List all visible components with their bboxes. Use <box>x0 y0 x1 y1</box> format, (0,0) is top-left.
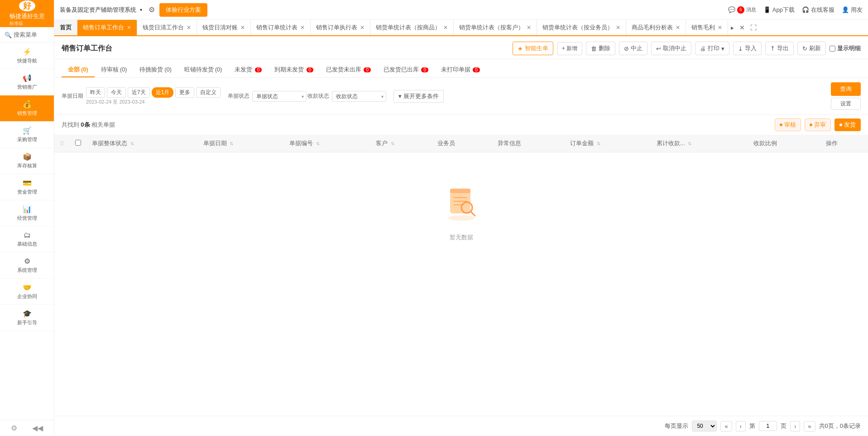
date-btn-7days[interactable]: 近7天 <box>128 87 150 98</box>
prev-page-btn[interactable]: ‹ <box>736 421 746 431</box>
show-detail-label[interactable]: 显示明细 <box>830 44 861 52</box>
first-page-btn[interactable]: « <box>720 421 732 431</box>
sort-collection-icon[interactable]: ⇅ <box>688 141 691 146</box>
last-page-btn[interactable]: » <box>804 421 815 431</box>
tab-close-sales-staff[interactable]: ✕ <box>616 24 620 31</box>
tab-sales-product[interactable]: 销货单统计表（按商品） ✕ <box>370 20 454 36</box>
tab-close-sales-execute[interactable]: ✕ <box>360 24 364 31</box>
subtab-shipped-not-out[interactable]: 已发货未出库 0 <box>320 63 377 77</box>
tab-close-daily-reconcile[interactable]: ✕ <box>240 24 245 31</box>
tab-close-sales-gross[interactable]: ✕ <box>718 24 722 31</box>
tab-gross-profit[interactable]: 商品毛利分析表 ✕ <box>626 20 686 36</box>
tab-sales-execute[interactable]: 销售订单执行表 ✕ <box>311 20 370 36</box>
sidebar-item-inventory[interactable]: 📦 库存核算 <box>0 148 54 174</box>
sidebar-item-system[interactable]: ⚙ 系统管理 <box>0 252 54 279</box>
audit-btn[interactable]: 审核 <box>775 118 801 131</box>
print-btn[interactable]: 🖨 打印 ▾ <box>695 42 729 55</box>
select-all-checkbox[interactable] <box>75 140 81 146</box>
stop-btn[interactable]: ⊘ 中止 <box>619 42 647 55</box>
filter-collection-select[interactable]: 收款状态 <box>332 91 386 102</box>
query-btn[interactable]: 查询 <box>831 82 861 96</box>
sidebar-item-enterprise[interactable]: 🤝 企业协同 <box>0 279 54 305</box>
sidebar-search[interactable]: 🔍 搜索菜单 <box>0 27 54 43</box>
filter-status-select[interactable]: 单据状态 <box>252 91 307 102</box>
sort-customer-icon[interactable]: ⇅ <box>391 141 394 146</box>
date-btn-more[interactable]: 更多 <box>175 87 194 98</box>
system-title-dropdown[interactable]: 装备及固定资产辅助管理系统 ▾ <box>60 6 144 14</box>
revoke-btn[interactable]: 弃审 <box>805 118 831 131</box>
refresh-btn[interactable]: ↻ 刷新 <box>797 42 826 55</box>
subtab-overdue[interactable]: 到期未发货 0 <box>268 63 320 77</box>
app-download-label: App下载 <box>772 6 795 14</box>
app-download-action[interactable]: 📱 App下载 <box>763 6 795 14</box>
date-btn-custom[interactable]: 自定义 <box>196 87 221 98</box>
show-detail-checkbox[interactable] <box>830 46 835 52</box>
sidebar-item-purchase[interactable]: 🛒 采购管理 <box>0 122 54 148</box>
date-btn-yesterday[interactable]: 昨天 <box>86 87 105 98</box>
subtab-shipped-out[interactable]: 已发货已出库 0 <box>377 63 435 77</box>
ship-btn[interactable]: 发货 <box>834 118 861 131</box>
cancel-stop-btn[interactable]: ↩ 取消中止 <box>651 42 691 55</box>
sort-status-icon[interactable]: ⇅ <box>130 141 134 146</box>
online-service-label: 在线客服 <box>811 6 834 14</box>
trial-btn[interactable]: 体验行业方案 <box>159 3 207 17</box>
subtab-pending[interactable]: 待审核 (0) <box>95 63 134 77</box>
sidebar-nav: ⚡ 快捷导航 📢 营销推广 💰 销售管理 🛒 采购管理 📦 库存核算 💳 资金管… <box>0 43 54 420</box>
sales-icon: 💰 <box>23 100 32 109</box>
th-exception: 异常信息 <box>492 135 565 152</box>
tab-daily-clear[interactable]: 钱货日清工作台 ✕ <box>137 20 197 36</box>
filter-settings-btn[interactable]: 设置 <box>831 98 861 110</box>
topbar-actions: 💬 6 消息 📱 App下载 🎧 在线客服 👤 用友 <box>728 6 863 14</box>
tab-close-daily-clear[interactable]: ✕ <box>187 24 191 31</box>
smart-gen-btn[interactable]: ★ 智能生单 <box>513 42 553 55</box>
subtab-unprinted[interactable]: 未打印单据 0 <box>435 63 486 77</box>
topbar-settings-icon[interactable]: ⚙ <box>149 5 155 14</box>
tab-sales-stats[interactable]: 销售订单统计表 ✕ <box>251 20 311 36</box>
page-size-select[interactable]: 50 10 20 100 <box>692 421 717 431</box>
tab-more-btn[interactable]: ▸ <box>728 20 737 36</box>
sidebar-item-finance[interactable]: 💳 资金管理 <box>0 174 54 200</box>
sidebar-item-guide[interactable]: 🎓 新手引导 <box>0 305 54 331</box>
page-input[interactable] <box>759 421 777 431</box>
subtab-unshipped[interactable]: 未发货 0 <box>228 63 268 77</box>
tab-sales-staff[interactable]: 销货单统计表（按业务员） ✕ <box>537 20 626 36</box>
export-btn[interactable]: ⤒ 导出 <box>765 42 794 55</box>
date-btn-today[interactable]: 今天 <box>107 87 126 98</box>
tab-daily-reconcile[interactable]: 钱货日清对账 ✕ <box>197 20 251 36</box>
expand-filter-btn[interactable]: ▾ 展开更多条件 <box>393 90 444 103</box>
import-btn[interactable]: ⤓ 导入 <box>733 42 762 55</box>
tab-sales-workbench[interactable]: 销售订单工作台 ✕ <box>77 20 137 36</box>
sidebar-item-quick[interactable]: ⚡ 快捷导航 <box>0 43 54 69</box>
delete-btn[interactable]: 🗑 删除 <box>586 42 615 55</box>
sidebar-item-marketing[interactable]: 📢 营销推广 <box>0 69 54 95</box>
new-btn[interactable]: + 新增 <box>557 42 582 55</box>
sidebar-item-sales[interactable]: 💰 销售管理 <box>0 95 54 122</box>
message-action[interactable]: 💬 6 消息 <box>728 6 756 14</box>
subtab-all[interactable]: 全部 (0) <box>62 63 95 77</box>
tab-close-sales-workbench[interactable]: ✕ <box>127 24 131 31</box>
settings-footer-icon[interactable]: ⚙ <box>11 424 17 432</box>
tab-close-gross-profit[interactable]: ✕ <box>676 24 680 31</box>
sidebar-footer: ⚙ ◀◀ <box>0 420 54 436</box>
tab-close-sales-product[interactable]: ✕ <box>443 24 448 31</box>
tab-maximize-btn[interactable]: ⛶ <box>748 20 759 36</box>
tab-sales-gross[interactable]: 销售毛利 ✕ <box>686 20 728 36</box>
tab-home[interactable]: 首页 <box>54 20 77 36</box>
sort-amount-icon[interactable]: ⇅ <box>597 141 600 146</box>
collapse-icon[interactable]: ◀◀ <box>32 424 43 432</box>
subtab-inspection[interactable]: 待挑验货 (0) <box>133 63 178 77</box>
subtab-wangpu[interactable]: 旺铺待发货 (0) <box>178 63 229 77</box>
tab-close-sales-stats[interactable]: ✕ <box>300 24 305 31</box>
dropdown-arrow-icon: ▾ <box>140 7 142 12</box>
sidebar-item-basic[interactable]: 🗂 基础信息 <box>0 227 54 252</box>
sort-date-icon[interactable]: ⇅ <box>230 141 233 146</box>
next-page-btn[interactable]: › <box>790 421 800 431</box>
date-btn-1month[interactable]: 近1月 <box>152 87 174 98</box>
online-service-action[interactable]: 🎧 在线客服 <box>802 6 834 14</box>
sidebar-item-operation[interactable]: 📊 经营管理 <box>0 200 54 227</box>
tab-sales-customer[interactable]: 销货单统计表（按客户） ✕ <box>454 20 537 36</box>
user-action[interactable]: 👤 用友 <box>842 6 863 14</box>
tab-close-all-btn[interactable]: ✕ <box>737 20 748 36</box>
sort-number-icon[interactable]: ⇅ <box>316 141 320 146</box>
tab-close-sales-customer[interactable]: ✕ <box>527 24 531 31</box>
